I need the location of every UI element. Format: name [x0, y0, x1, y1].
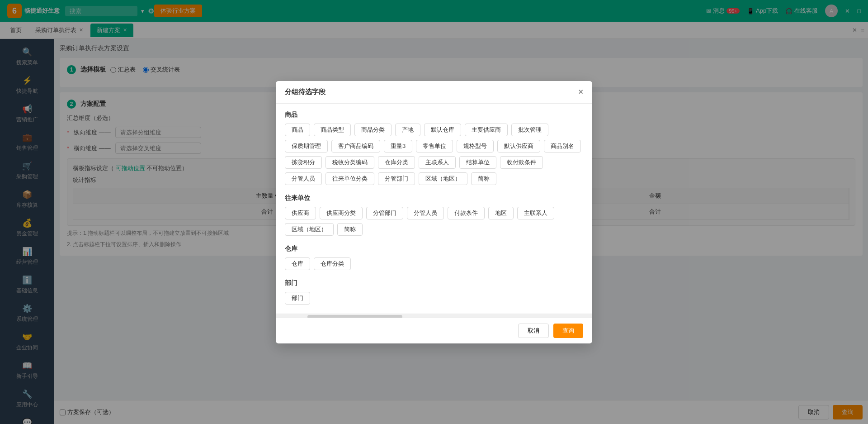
field-tag-pick-points[interactable]: 拣货积分: [285, 156, 322, 169]
field-tag-area[interactable]: 地区: [488, 207, 514, 219]
field-tag-warehouse-cat[interactable]: 仓库分类: [314, 257, 351, 270]
field-tag-abbr2[interactable]: 简称: [337, 223, 363, 236]
field-tag-goods-type[interactable]: 商品类型: [314, 124, 351, 136]
modal-confirm-button[interactable]: 查询: [553, 324, 583, 338]
field-tag-weight3[interactable]: 重量3: [384, 140, 412, 152]
modal-header: 分组待选字段 ×: [276, 81, 592, 104]
modal-title: 分组待选字段: [285, 88, 326, 96]
field-tag-default-warehouse[interactable]: 默认仓库: [424, 124, 461, 136]
field-tag-default-supplier[interactable]: 默认供应商: [497, 140, 540, 152]
modal-footer: 取消 查询: [276, 318, 592, 343]
section-department: 部门 部门: [285, 279, 583, 305]
modal-cancel-button[interactable]: 取消: [518, 324, 549, 338]
field-tag-dept2[interactable]: 分管部门: [366, 207, 403, 219]
modal-close-button[interactable]: ×: [578, 87, 583, 97]
field-tag-retail-unit[interactable]: 零售单位: [416, 140, 453, 152]
field-tag-warehouse[interactable]: 仓库: [285, 257, 310, 270]
section-counterparty-title: 往来单位: [285, 194, 583, 202]
field-tag-region[interactable]: 区域（地区）: [419, 172, 467, 185]
field-tag-tax-code[interactable]: 税收分类编码: [326, 156, 374, 169]
field-tag-region2[interactable]: 区域（地区）: [285, 223, 334, 236]
field-tag-supplier-category[interactable]: 供应商分类: [320, 207, 363, 219]
field-selection-modal: 分组待选字段 × 商品 商品 商品类型 商品分类 产地 默认仓库 主要供应商 批…: [276, 81, 592, 343]
field-tag-goods-alias[interactable]: 商品别名: [544, 140, 581, 152]
field-tag-abbr[interactable]: 简称: [471, 172, 496, 185]
section-counterparty: 往来单位 供应商 供应商分类 分管部门 分管人员 付款条件 地区 主联系人 区域…: [285, 194, 583, 236]
field-tag-main-contact2[interactable]: 主联系人: [517, 207, 554, 219]
field-tag-warehouse-category[interactable]: 仓库分类: [378, 156, 415, 169]
field-tag-goods-category[interactable]: 商品分类: [354, 124, 392, 136]
field-tag-batch-mgmt[interactable]: 批次管理: [511, 124, 548, 136]
field-tag-main-contact[interactable]: 主联系人: [419, 156, 456, 169]
section-department-tags: 部门: [285, 292, 583, 305]
section-goods: 商品 商品 商品类型 商品分类 产地 默认仓库 主要供应商 批次管理 保质期管理…: [285, 111, 583, 185]
modal-body: 商品 商品 商品类型 商品分类 产地 默认仓库 主要供应商 批次管理 保质期管理…: [276, 104, 592, 314]
field-tag-goods[interactable]: 商品: [285, 124, 310, 136]
field-tag-payment-terms[interactable]: 收付款条件: [500, 156, 543, 169]
field-tag-supervisor[interactable]: 分管人员: [285, 172, 322, 185]
field-tag-dept[interactable]: 分管部门: [378, 172, 415, 185]
section-goods-tags: 商品 商品类型 商品分类 产地 默认仓库 主要供应商 批次管理 保质期管理 客户…: [285, 124, 583, 185]
modal-overlay: 分组待选字段 × 商品 商品 商品类型 商品分类 产地 默认仓库 主要供应商 批…: [0, 0, 868, 424]
field-tag-unit-category[interactable]: 往来单位分类: [326, 172, 374, 185]
field-tag-quality-period[interactable]: 保质期管理: [285, 140, 328, 152]
field-tag-supplier[interactable]: 供应商: [285, 207, 316, 219]
section-warehouse-title: 仓库: [285, 245, 583, 253]
field-tag-settlement-unit[interactable]: 结算单位: [459, 156, 496, 169]
field-tag-department[interactable]: 部门: [285, 292, 310, 305]
horizontal-scrollbar-thumb: [307, 315, 402, 317]
section-warehouse-tags: 仓库 仓库分类: [285, 257, 583, 270]
field-tag-main-supplier[interactable]: 主要供应商: [465, 124, 508, 136]
section-department-title: 部门: [285, 279, 583, 287]
field-tag-pay-terms[interactable]: 付款条件: [448, 207, 485, 219]
section-goods-title: 商品: [285, 111, 583, 119]
modal-horizontal-scrollbar[interactable]: [276, 314, 592, 317]
section-warehouse: 仓库 仓库 仓库分类: [285, 245, 583, 270]
field-tag-customer-code[interactable]: 客户商品编码: [331, 140, 380, 152]
section-counterparty-tags: 供应商 供应商分类 分管部门 分管人员 付款条件 地区 主联系人 区域（地区） …: [285, 207, 583, 236]
field-tag-origin[interactable]: 产地: [395, 124, 420, 136]
field-tag-spec-model[interactable]: 规格型号: [457, 140, 494, 152]
field-tag-supervisor2[interactable]: 分管人员: [407, 207, 444, 219]
